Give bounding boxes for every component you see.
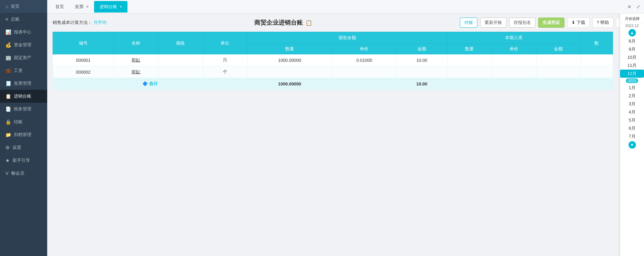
ledger-icon: ≡ <box>5 17 8 22</box>
wages-icon: 💼 <box>5 68 11 73</box>
month-8[interactable]: 8月 <box>620 37 644 45</box>
info-icon[interactable]: 📋 <box>305 20 312 26</box>
sidebar-item-assets[interactable]: 🏢 固定资产 <box>0 51 47 64</box>
sidebar-item-funds[interactable]: 💰 资金管理 <box>0 39 47 51</box>
month-11[interactable]: 11月 <box>620 61 644 70</box>
sidebar-item-label: 报表中心 <box>14 29 31 35</box>
month-12[interactable]: 12月 <box>620 70 644 78</box>
settings-icon: ⚙ <box>5 145 10 150</box>
month-6[interactable]: 6月 <box>620 124 644 132</box>
help-label: 帮助 <box>600 20 609 25</box>
sub-col-qty-in: 数量 <box>447 44 492 54</box>
assets-icon: 🏢 <box>5 55 11 60</box>
cost-method-value: 月平均 <box>93 20 107 25</box>
sub-col-amount-in: 金额 <box>536 44 581 54</box>
tab-purchase-sale[interactable]: 进销台账 × <box>94 1 127 12</box>
download-button[interactable]: ⬇ 下载 <box>567 18 590 28</box>
month-5[interactable]: 5月 <box>620 116 644 124</box>
month-2[interactable]: 2月 <box>620 92 644 100</box>
tab-purchase-sale-close[interactable]: × <box>120 4 122 9</box>
row2-unit: 个 <box>203 66 247 78</box>
month-panel-title: 月份选择 <box>620 15 644 23</box>
col-extra: 数 <box>581 32 613 54</box>
total-label-cell: 🔷 合计 <box>53 78 247 90</box>
row1-price-in <box>492 54 536 66</box>
sidebar-item-settings[interactable]: ⚙ 设置 <box>0 141 47 154</box>
month-4[interactable]: 4月 <box>620 108 644 116</box>
reopen-button[interactable]: 重新开账 <box>480 18 506 28</box>
window-close-button[interactable]: ✕ <box>626 4 633 10</box>
tab-invoice[interactable]: 发票 × <box>69 1 94 12</box>
year-2022-label: 2022.12 <box>625 24 639 28</box>
row2-extra <box>581 66 613 78</box>
month-3[interactable]: 3月 <box>620 100 644 108</box>
row2-amount-open <box>397 66 447 78</box>
month-down-button[interactable]: ▼ <box>628 141 636 149</box>
sidebar-item-label: 首页 <box>11 3 20 9</box>
invoice-mgmt-icon: 🧾 <box>5 81 11 86</box>
total-icon: 🔷 <box>142 81 148 86</box>
total-qty-in <box>447 78 492 90</box>
sub-col-qty-open: 数量 <box>247 44 332 54</box>
col-opening: 期初余额 <box>247 32 447 44</box>
sub-col-price-in: 单价 <box>492 44 536 54</box>
sidebar-item-archive[interactable]: 📁 归档管理 <box>0 128 47 141</box>
sidebar-item-label: 新手引导 <box>12 157 30 163</box>
download-label: 下载 <box>577 20 585 25</box>
sidebar-item-label: 设置 <box>12 145 21 151</box>
sidebar-item-label: 进销台账 <box>14 93 31 99</box>
row2-name[interactable]: 前缸 <box>114 66 158 78</box>
sidebar-item-label: 结账 <box>14 119 23 125</box>
sidebar-item-guide[interactable]: ★ 新手引导 <box>0 154 47 167</box>
sidebar-item-tax[interactable]: 📑 税务管理 <box>0 103 47 116</box>
month-1[interactable]: 1月 <box>620 84 644 92</box>
help-icon: ? <box>597 20 599 25</box>
sidebar-item-vip[interactable]: V 畅会员 <box>0 167 47 180</box>
sidebar-item-wages[interactable]: 💼 工资 <box>0 64 47 77</box>
sidebar-item-ledger[interactable]: ≡ 总账 <box>0 13 47 26</box>
tax-icon: 📑 <box>5 106 11 112</box>
page-title: 商贸企业进销台账 <box>254 19 303 27</box>
sidebar-item-home[interactable]: ⌂ 首页 <box>0 0 47 13</box>
save-as-button[interactable]: 存报别名 <box>509 18 535 28</box>
download-icon: ⬇ <box>572 20 575 25</box>
sidebar-item-invoice-mgmt[interactable]: 🧾 发票管理 <box>0 77 47 90</box>
total-price-open <box>332 78 397 90</box>
sidebar-item-label: 资金管理 <box>14 42 31 48</box>
generate-button[interactable]: 生成凭证 <box>538 18 564 28</box>
sidebar-item-reports[interactable]: 📊 报表中心 <box>0 26 47 39</box>
cost-method: 销售成本计算方法： 月平均 <box>53 20 107 26</box>
sub-col-amount-open: 金额 <box>397 44 447 54</box>
month-7[interactable]: 7月 <box>620 132 644 140</box>
sidebar-item-label: 固定资产 <box>14 55 31 61</box>
row2-price-open <box>332 66 397 78</box>
col-spec: 规格 <box>158 32 203 54</box>
vip-icon: V <box>5 171 8 176</box>
main-area: 首页 发票 × 进销台账 × ✕ ⤢ 销售成本计算方法： 月平均 商贸企业进销台… <box>47 0 644 256</box>
sidebar: ⌂ 首页 ≡ 总账 📊 报表中心 💰 资金管理 🏢 固定资产 💼 工资 🧾 发票… <box>0 0 47 256</box>
total-amount-in <box>536 78 581 90</box>
table-row: 000002 前缸 个 <box>53 66 613 78</box>
tab-home[interactable]: 首页 <box>50 1 69 12</box>
sidebar-item-label: 畅会员 <box>11 170 24 176</box>
sidebar-item-purchase-sale[interactable]: 📋 进销台账 <box>0 90 47 103</box>
tab-invoice-close[interactable]: × <box>86 4 89 9</box>
col-name: 名称 <box>114 32 158 54</box>
col-unit: 单位 <box>203 32 247 54</box>
top-info-bar: 销售成本计算方法： 月平均 商贸企业进销台账 📋 对账 重新开账 存报别名 生成… <box>53 18 639 28</box>
archive-icon: 📁 <box>5 132 11 137</box>
sidebar-item-close[interactable]: 🔒 结账 <box>0 116 47 128</box>
row1-name[interactable]: 前缸 <box>114 54 158 66</box>
month-10[interactable]: 10月 <box>620 53 644 61</box>
help-button[interactable]: ? 帮助 <box>592 18 614 28</box>
purchase-sale-icon: 📋 <box>5 94 11 99</box>
row1-id: 000001 <box>53 54 114 66</box>
row1-qty-in <box>447 54 492 66</box>
content-area: 销售成本计算方法： 月平均 商贸企业进销台账 📋 对账 重新开账 存报别名 生成… <box>47 14 644 256</box>
window-maximize-button[interactable]: ⤢ <box>635 4 641 10</box>
table-row: 000001 前缸 只 1000.00000 0.01000 10.00 <box>53 54 613 66</box>
month-up-button[interactable]: ▲ <box>628 29 636 36</box>
match-button[interactable]: 对账 <box>460 18 477 28</box>
tab-purchase-sale-label: 进销台账 <box>99 4 117 10</box>
month-9[interactable]: 9月 <box>620 45 644 53</box>
